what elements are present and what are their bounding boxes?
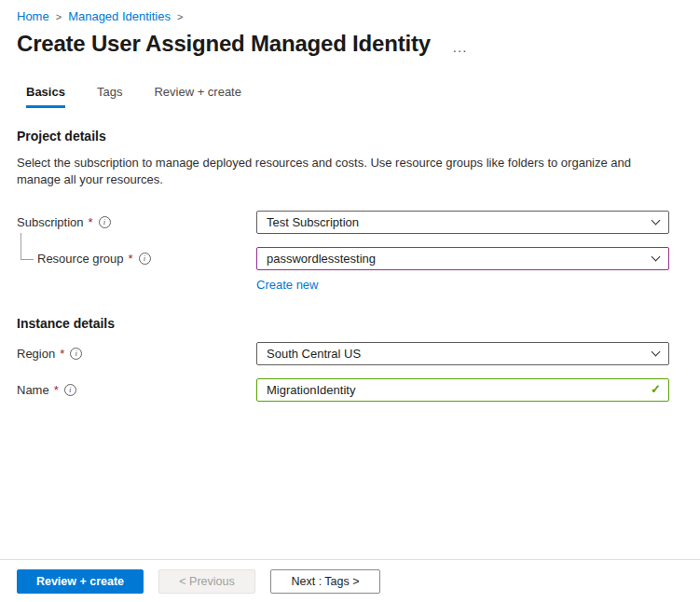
resource-group-row: Resource group * i passwordlesstesting [17,247,683,270]
tab-basics[interactable]: Basics [26,85,65,108]
subscription-label-group: Subscription * i [17,215,256,229]
tab-bar: Basics Tags Review + create [17,85,683,108]
resource-group-value: passwordlesstesting [267,252,376,266]
required-marker: * [129,252,133,266]
subscription-label: Subscription [17,215,84,229]
subscription-value: Test Subscription [267,215,359,229]
info-icon[interactable]: i [139,253,151,265]
more-options-button[interactable]: ... [453,34,468,54]
info-icon[interactable]: i [64,384,76,396]
region-label-group: Region * i [17,347,256,361]
name-label-group: Name * i [17,383,256,397]
next-tags-button[interactable]: Next : Tags > [270,569,380,594]
footer-action-bar: Review + create < Previous Next : Tags > [0,559,700,602]
tab-review-create[interactable]: Review + create [154,85,241,108]
review-create-button[interactable]: Review + create [17,569,144,594]
title-row: Create User Assigned Managed Identity ..… [17,31,683,57]
tree-connector-line [21,233,34,260]
info-icon[interactable]: i [99,216,111,228]
resource-group-label: Resource group [37,252,124,266]
region-label: Region [17,347,55,361]
region-value: South Central US [267,347,361,361]
project-details-heading: Project details [17,129,683,144]
valid-check-icon: ✓ [651,382,661,396]
breadcrumb-managed-identities[interactable]: Managed Identities [68,9,171,23]
tab-tags[interactable]: Tags [97,85,122,108]
resource-group-dropdown[interactable]: passwordlesstesting [256,247,669,270]
subscription-dropdown[interactable]: Test Subscription [256,211,669,234]
region-row: Region * i South Central US [17,342,683,365]
required-marker: * [60,347,64,361]
page-title: Create User Assigned Managed Identity [17,31,431,57]
chevron-down-icon [652,253,661,262]
breadcrumb-separator: > [177,11,183,22]
breadcrumb-home[interactable]: Home [17,9,49,23]
name-row: Name * i ✓ [17,378,683,402]
resource-group-label-group: Resource group * i [17,252,256,266]
subscription-group: Subscription * i Test Subscription Resou… [17,211,683,295]
breadcrumb-separator: > [56,11,62,22]
create-new-link[interactable]: Create new [256,278,318,292]
required-marker: * [54,383,59,397]
name-label: Name [17,383,49,397]
previous-button[interactable]: < Previous [158,569,255,594]
name-input[interactable] [256,378,669,402]
required-marker: * [89,215,93,229]
info-icon[interactable]: i [70,348,82,360]
create-managed-identity-page: Home > Managed Identities > Create User … [0,0,700,602]
chevron-down-icon [652,216,661,226]
subscription-row: Subscription * i Test Subscription [17,211,683,234]
instance-details-heading: Instance details [17,316,683,331]
chevron-down-icon [652,348,661,357]
region-dropdown[interactable]: South Central US [256,342,669,365]
project-details-description: Select the subscription to manage deploy… [17,155,643,188]
breadcrumb: Home > Managed Identities > [17,9,683,23]
